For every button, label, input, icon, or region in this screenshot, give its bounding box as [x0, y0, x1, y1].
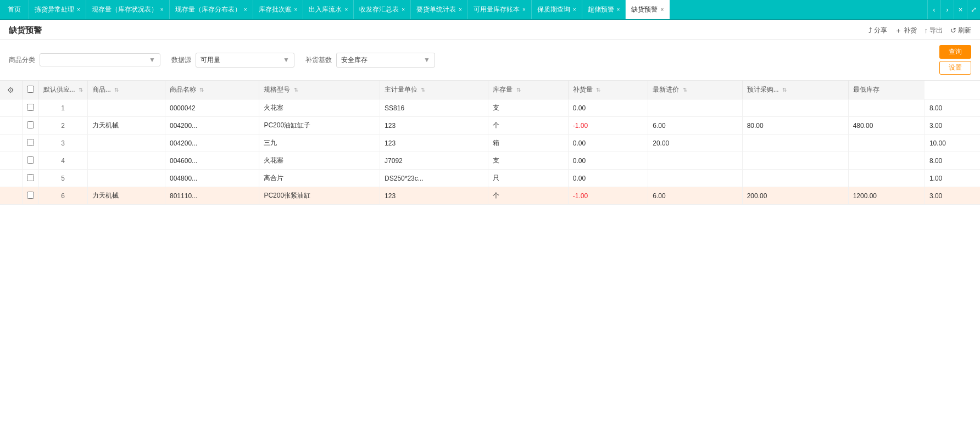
row-stock-2: 0.00 — [568, 135, 648, 152]
nav-tab-8[interactable]: 可用量库存账本 × — [468, 0, 532, 19]
row-product-code-3: 004600... — [165, 152, 259, 170]
refresh-button[interactable]: ↺ 刷新 — [950, 26, 971, 35]
nav-tab-4[interactable]: 库存批次账 × — [253, 0, 304, 19]
sort-icon-unit[interactable]: ⇅ — [421, 87, 425, 93]
row-replenish-4 — [648, 170, 742, 187]
row-spec-3: J7092 — [380, 152, 488, 170]
tab-close-3[interactable]: × — [244, 7, 247, 13]
share-button[interactable]: ⤴ 分享 — [868, 26, 887, 35]
sort-icon-replenish[interactable]: ⇅ — [596, 87, 600, 93]
tab-label-5: 出入库流水 — [309, 5, 342, 14]
settings-button[interactable]: 设置 — [939, 61, 971, 75]
sort-icon-name[interactable]: ⇅ — [199, 87, 204, 93]
col-header-unit: 主计量单位 ⇅ — [380, 81, 488, 99]
table-row: 2 力天机械 004200... PC200油缸缸子 123 个 -1.00 6… — [0, 117, 980, 135]
row-checkbox-cell[interactable] — [22, 99, 38, 117]
col-header-supplier: 默认供应... ⇅ — [38, 81, 87, 99]
nav-close-all[interactable]: × — [954, 0, 967, 19]
nav-tab-9[interactable]: 保质期查询 × — [532, 0, 582, 19]
row-checkbox-1[interactable] — [27, 121, 34, 128]
sort-icon-supplier[interactable]: ⇅ — [79, 87, 83, 93]
row-supplier-4 — [87, 170, 165, 187]
tab-close-1[interactable]: × — [77, 7, 80, 13]
row-checkbox-2[interactable] — [27, 139, 34, 146]
col-header-min-stock: 最低库存 — [848, 81, 925, 99]
nav-tab-6[interactable]: 收发存汇总表 × — [354, 0, 411, 19]
col-label-product-code: 商品... — [92, 86, 111, 93]
row-replenish-3 — [648, 152, 742, 170]
table-row: 5 004800... 离合片 DS250*23c... 只 0.00 1.00 — [0, 170, 980, 187]
data-table: ⚙ 默认供应... ⇅ 商品... ⇅ 商品名称 ⇅ — [0, 81, 980, 205]
row-checkbox-cell[interactable] — [22, 117, 38, 135]
col-label-replenish: 补货量 — [573, 86, 593, 93]
nav-tab-10[interactable]: 超储预警 × — [582, 0, 626, 19]
export-button[interactable]: ↑ 导出 — [925, 26, 943, 35]
nav-left-arrow[interactable]: ‹ — [927, 0, 940, 19]
row-est-purchase-5: 1200.00 — [848, 187, 925, 205]
nav-tab-5[interactable]: 出入库流水 × — [303, 0, 354, 19]
row-settings-cell — [0, 152, 22, 170]
top-nav: 首页 拣货异常处理 × 现存量（库存状况表） × 现存量（库存分布表） × 库存… — [0, 0, 980, 20]
nav-tab-11[interactable]: 缺货预警 × — [626, 0, 670, 19]
row-settings-cell — [0, 170, 22, 187]
category-select[interactable]: ▼ — [40, 53, 160, 66]
row-settings-cell — [0, 117, 22, 135]
sort-icon-code[interactable]: ⇅ — [114, 87, 119, 93]
tab-close-9[interactable]: × — [573, 7, 576, 13]
tab-close-11[interactable]: × — [660, 7, 664, 13]
nav-tab-7[interactable]: 要货单统计表 × — [411, 0, 468, 19]
tab-close-2[interactable]: × — [160, 7, 164, 13]
col-label-unit: 主计量单位 — [385, 86, 417, 93]
row-checkbox-0[interactable] — [27, 104, 34, 111]
sort-icon-spec[interactable]: ⇅ — [294, 87, 298, 93]
datasource-value: 可用量 — [201, 55, 220, 65]
nav-tab-2[interactable]: 现存量（库存状况表） × — [86, 0, 170, 19]
nav-tab-3[interactable]: 现存量（库存分布表） × — [170, 0, 253, 19]
datasource-filter-group: 数据源 可用量 ▼ — [171, 53, 294, 68]
row-replenish-5: 6.00 — [648, 187, 742, 205]
row-product-name-3: 火花塞 — [259, 152, 380, 170]
replenish-base-select[interactable]: 安全库存 ▼ — [336, 53, 435, 68]
table-header-row: ⚙ 默认供应... ⇅ 商品... ⇅ 商品名称 ⇅ — [0, 81, 980, 99]
nav-right-arrow[interactable]: › — [940, 0, 954, 19]
row-checkbox-cell[interactable] — [22, 135, 38, 152]
tab-close-5[interactable]: × — [344, 7, 348, 13]
datasource-select[interactable]: 可用量 ▼ — [196, 53, 294, 68]
replenish-button[interactable]: ＋ 补货 — [895, 26, 917, 36]
tab-close-7[interactable]: × — [459, 7, 462, 13]
row-checkbox-5[interactable] — [27, 192, 34, 199]
nav-tab-1[interactable]: 拣货异常处理 × — [29, 0, 86, 19]
sort-icon-stock[interactable]: ⇅ — [516, 87, 521, 93]
row-checkbox-cell[interactable] — [22, 170, 38, 187]
tab-close-8[interactable]: × — [522, 7, 526, 13]
refresh-label: 刷新 — [958, 26, 971, 35]
category-label: 商品分类 — [9, 55, 35, 65]
row-latest-price-4 — [742, 170, 848, 187]
row-stock-4: 0.00 — [568, 170, 648, 187]
nav-expand[interactable]: ⤢ — [967, 0, 980, 19]
sort-icon-price[interactable]: ⇅ — [683, 87, 687, 93]
row-checkbox-cell[interactable] — [22, 152, 38, 170]
column-settings-icon[interactable]: ⚙ — [7, 86, 14, 94]
row-num-4: 5 — [38, 170, 87, 187]
tab-close-10[interactable]: × — [617, 7, 620, 13]
table-row: 4 004600... 火花塞 J7092 支 0.00 8.00 — [0, 152, 980, 170]
row-checkbox-cell[interactable] — [22, 187, 38, 205]
row-latest-price-3 — [742, 152, 848, 170]
table-container: ⚙ 默认供应... ⇅ 商品... ⇅ 商品名称 ⇅ — [0, 81, 980, 205]
tab-close-6[interactable]: × — [402, 7, 405, 13]
row-checkbox-3[interactable] — [27, 156, 34, 164]
select-all-checkbox[interactable] — [27, 86, 34, 93]
tab-label-2: 现存量（库存状况表） — [92, 5, 158, 14]
tab-close-4[interactable]: × — [294, 7, 298, 13]
row-stock-0: 0.00 — [568, 99, 648, 117]
row-supplier-1: 力天机械 — [87, 117, 165, 135]
row-est-purchase-0 — [848, 99, 925, 117]
query-button[interactable]: 查询 — [939, 45, 971, 59]
row-supplier-3 — [87, 152, 165, 170]
replenish-label: 补货 — [904, 26, 917, 35]
replenish-base-label: 补货基数 — [305, 55, 332, 65]
nav-home[interactable]: 首页 — [0, 0, 29, 19]
row-checkbox-4[interactable] — [27, 174, 34, 181]
sort-icon-est[interactable]: ⇅ — [782, 87, 787, 93]
